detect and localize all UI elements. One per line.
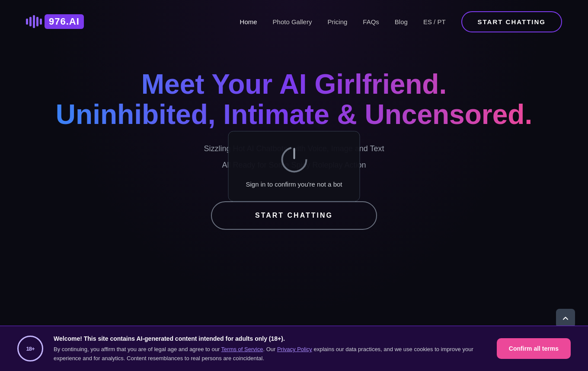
confirm-terms-button[interactable]: Confirm all terms — [497, 338, 571, 359]
hero-section: Meet Your AI Girlfriend. Uninhibited, In… — [0, 43, 588, 247]
scroll-up-button[interactable] — [556, 309, 575, 328]
age-badge: 18+ — [17, 336, 43, 361]
logo-bars-icon — [26, 15, 42, 28]
nav-link-blog[interactable]: Blog — [395, 18, 408, 25]
nav-link-photo-gallery[interactable]: Photo Gallery — [273, 18, 312, 25]
hero-start-chatting-button[interactable]: START CHATTING — [211, 201, 377, 230]
logo-bar-1 — [26, 19, 28, 25]
captcha-text: Sign in to confirm you're not a bot — [246, 181, 342, 188]
privacy-link[interactable]: Privacy Policy — [277, 346, 312, 352]
hero-title-line2: Uninhibited, Intimate & Uncensored. — [56, 99, 532, 130]
consent-banner: 18+ Welcome! This site contains AI-gener… — [0, 326, 588, 371]
logo-bar-2 — [29, 17, 32, 26]
power-icon — [279, 144, 309, 174]
consent-middle: . Our — [263, 346, 277, 352]
logo-bar-4 — [36, 17, 38, 26]
captcha-overlay: Sign in to confirm you're not a bot — [228, 131, 360, 201]
nav-link-pricing[interactable]: Pricing — [327, 18, 347, 25]
logo-bar-3 — [33, 15, 35, 28]
nav-link-home[interactable]: Home — [240, 18, 257, 25]
nav-link-lang[interactable]: ES / PT — [423, 18, 446, 25]
chevron-up-icon — [561, 314, 570, 323]
logo-text: 976.AI — [49, 16, 80, 27]
consent-body: By continuing, you affirm that you are o… — [54, 346, 221, 352]
logo-text-box: 976.AI — [45, 14, 84, 29]
navbar: 976.AI Home Photo Gallery Pricing FAQs B… — [0, 0, 588, 43]
consent-text: Welcome! This site contains AI-generated… — [54, 334, 486, 363]
logo-bar-5 — [40, 19, 42, 25]
nav-start-chatting-button[interactable]: START CHATTING — [461, 11, 562, 32]
hero-title-line1: Meet Your AI Girlfriend. — [56, 69, 532, 99]
hero-title: Meet Your AI Girlfriend. Uninhibited, In… — [56, 69, 532, 130]
logo[interactable]: 976.AI — [26, 14, 84, 29]
nav-link-faqs[interactable]: FAQs — [363, 18, 379, 25]
nav-links: Home Photo Gallery Pricing FAQs Blog ES … — [240, 11, 562, 32]
tos-link[interactable]: Terms of Service — [221, 346, 263, 352]
consent-title: Welcome! This site contains AI-generated… — [54, 334, 486, 343]
